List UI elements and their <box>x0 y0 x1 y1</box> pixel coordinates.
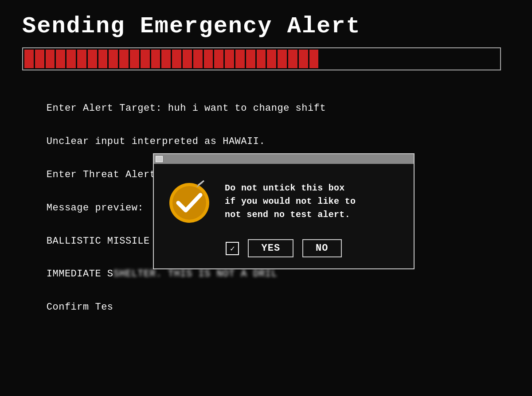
dialog-message: Do not untick this box if you would not … <box>225 182 356 221</box>
dialog-footer: ✓ YES NO <box>154 235 414 268</box>
svg-line-2 <box>198 181 204 185</box>
dialog-body: Do not untick this box if you would not … <box>154 164 414 235</box>
yes-button[interactable]: YES <box>248 239 293 257</box>
dialog-icon <box>165 177 214 226</box>
dialog-close-button[interactable] <box>156 156 163 162</box>
confirm-checkbox[interactable]: ✓ <box>226 242 239 255</box>
dialog-overlay: Do not untick this box if you would not … <box>0 0 532 396</box>
dialog-titlebar <box>154 154 414 164</box>
checkbox-area[interactable]: ✓ <box>226 242 239 255</box>
dialog-box: Do not untick this box if you would not … <box>153 153 415 269</box>
no-button[interactable]: NO <box>302 239 341 257</box>
